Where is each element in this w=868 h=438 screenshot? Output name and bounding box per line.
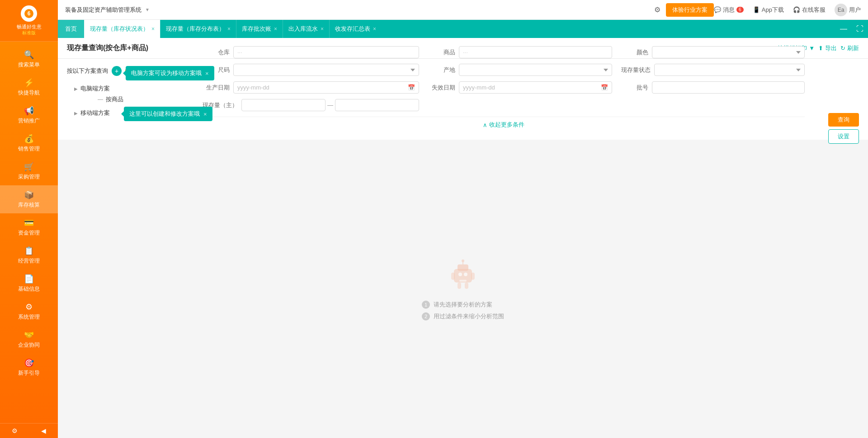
sidebar-collapse-btn[interactable]: ◀ xyxy=(29,427,58,434)
marketing-icon: 📢 xyxy=(24,106,34,116)
chevron-up-icon: ∧ xyxy=(483,122,487,128)
tab-inventory-status[interactable]: 现存量（库存状况表） × xyxy=(84,20,160,38)
inventory-icon: 📦 xyxy=(24,190,34,200)
search-area: 按以下方案查询 + ✎ ← 电脑方案可设为移动方案哦 × ▶ 电脑端方案 xyxy=(58,59,868,140)
tab-maximize-btn[interactable]: ⛶ xyxy=(852,20,868,38)
sidebar-nav: 🔍 搜索菜单 ⚡ 快捷导航 📢 营销推广 💰 销售管理 🛒 采购管理 📦 库存核… xyxy=(0,42,58,423)
add-scheme-btn[interactable]: + xyxy=(112,66,122,76)
search-grid-row1: 仓库 ··· 商品 ··· 颜色 xyxy=(203,46,805,111)
search-label: 按以下方案查询 xyxy=(67,67,108,75)
product-label: 商品 xyxy=(428,48,455,57)
settings-icon[interactable]: ⚙ xyxy=(654,5,660,14)
message-icon: 💬 xyxy=(714,6,721,13)
collapse-btn[interactable]: ∧ 收起更多条件 xyxy=(203,117,805,132)
app-download-btn[interactable]: 📱 App下载 xyxy=(753,6,784,14)
sidebar-logo: 6 畅通好生意 标准版 xyxy=(0,0,58,42)
sidebar-footer: ⚙ ◀ xyxy=(0,423,58,438)
warehouse-input[interactable]: ··· xyxy=(233,46,419,58)
sidebar-item-guide[interactable]: 🎯 新手引导 xyxy=(0,353,58,381)
sidebar-item-system[interactable]: ⚙ 系统管理 xyxy=(0,297,58,325)
scheme-popup-2: 这里可以创建和修改方案哦 × xyxy=(124,107,212,121)
svg-rect-6 xyxy=(459,280,467,282)
svg-rect-3 xyxy=(458,264,468,271)
product-input[interactable]: ··· xyxy=(459,46,612,58)
exp-date-label: 失效日期 xyxy=(428,84,455,92)
headset-icon: 🎧 xyxy=(793,6,800,13)
sidebar-item-inventory[interactable]: 📦 库存核算 xyxy=(0,185,58,213)
scheme-popup-close[interactable]: × xyxy=(205,70,209,77)
sidebar-item-finance[interactable]: 💳 资金管理 xyxy=(0,213,58,241)
finance-icon: 💳 xyxy=(24,218,34,228)
color-select[interactable] xyxy=(652,46,805,58)
message-btn[interactable]: 💬 消息 6 xyxy=(714,6,744,14)
svg-rect-8 xyxy=(471,273,475,280)
sidebar-item-marketing[interactable]: 📢 营销推广 xyxy=(0,101,58,129)
tab-close-2[interactable]: × xyxy=(227,26,231,32)
sidebar-item-operations[interactable]: 📋 经营管理 xyxy=(0,241,58,269)
tab-batch-ledger[interactable]: 库存批次账 × xyxy=(236,20,283,38)
tab-close-3[interactable]: × xyxy=(274,26,277,32)
sidebar-item-basic[interactable]: 📄 基础信息 xyxy=(0,269,58,297)
popup2-arrow xyxy=(121,111,124,117)
empty-tips: 1 请先选择要分析的方案 2 用过滤条件来缩小分析范围 xyxy=(422,299,504,322)
experience-btn[interactable]: 体验行业方案 xyxy=(666,3,714,17)
online-support-btn[interactable]: 🎧 在线客服 xyxy=(793,6,826,14)
warehouse-dots: ··· xyxy=(237,49,242,56)
system-dropdown-arrow[interactable]: ▼ xyxy=(145,7,150,12)
scheme-popup2-close[interactable]: × xyxy=(203,111,207,118)
svg-rect-10 xyxy=(465,283,468,289)
svg-point-12 xyxy=(462,259,464,262)
message-badge: 6 xyxy=(736,7,744,13)
tab-inventory-distribution[interactable]: 现存量（库存分布表） × xyxy=(160,20,236,38)
tip-num-2: 2 xyxy=(422,312,430,320)
mfg-date-field: 生产日期 yyyy-mm-dd 📅 xyxy=(203,81,419,94)
svg-text:6: 6 xyxy=(28,10,31,17)
exp-date-input[interactable]: yyyy-mm-dd 📅 xyxy=(459,81,612,94)
sidebar-settings-btn[interactable]: ⚙ xyxy=(0,427,29,434)
topbar-right: 💬 消息 6 📱 App下载 🎧 在线客服 Ea 用户 xyxy=(714,4,861,16)
svg-rect-7 xyxy=(451,273,455,280)
reset-btn[interactable]: 设置 xyxy=(828,129,859,144)
search-actions: 查询 设置 xyxy=(828,113,859,144)
sub-item-dash: — xyxy=(98,96,103,103)
tip-num-1: 1 xyxy=(422,301,430,309)
sidebar-item-enterprise[interactable]: 🤝 企业协同 xyxy=(0,325,58,353)
sidebar-item-search-menu[interactable]: 🔍 搜索菜单 xyxy=(0,45,58,73)
user-menu[interactable]: Ea 用户 xyxy=(835,4,861,16)
tab-close-5[interactable]: × xyxy=(373,26,376,32)
content-area: 现存量查询(按仓库+商品) 🖨 按模板打印 ▼ ⬆ 导出 ↻ 刷新 xyxy=(58,38,868,438)
mfg-date-input[interactable]: yyyy-mm-dd 📅 xyxy=(233,81,419,94)
sidebar-item-quick-nav[interactable]: ⚡ 快捷导航 xyxy=(0,73,58,101)
logo-icon: 6 xyxy=(21,5,37,22)
page-title: 现存量查询(按仓库+商品) xyxy=(67,43,148,53)
batch-label: 批号 xyxy=(621,84,648,92)
product-dots: ··· xyxy=(463,49,468,56)
tab-home[interactable]: 首页 xyxy=(58,20,84,38)
tab-in-out-flow[interactable]: 出入库流水 × xyxy=(283,20,329,38)
tip-1: 1 请先选择要分析的方案 xyxy=(422,299,504,311)
main-area: 装备及固定资产辅助管理系统 ▼ ⚙ 体验行业方案 💬 消息 6 📱 App下载 … xyxy=(58,0,868,438)
search-form: 仓库 ··· 商品 ··· 颜色 xyxy=(203,46,859,132)
tab-window-actions: — ⛶ xyxy=(835,20,868,38)
logo-text: 畅通好生意 标准版 xyxy=(17,24,42,36)
sidebar-item-sales[interactable]: 💰 销售管理 xyxy=(0,129,58,157)
sidebar-item-purchase[interactable]: 🛒 采购管理 xyxy=(0,157,58,185)
tab-minimize-btn[interactable]: — xyxy=(835,20,852,38)
purchase-icon: 🛒 xyxy=(24,162,34,172)
tab-receipt-summary[interactable]: 收发存汇总表 × xyxy=(329,20,382,38)
color-label: 颜色 xyxy=(621,48,648,57)
scheme-popup: 电脑方案可设为移动方案哦 × xyxy=(126,66,214,80)
tab-close-4[interactable]: × xyxy=(321,26,324,32)
tab-close-1[interactable]: × xyxy=(151,26,155,32)
guide-icon: 🎯 xyxy=(24,358,34,368)
query-btn[interactable]: 查询 xyxy=(828,113,859,127)
product-field: 商品 ··· xyxy=(428,46,612,58)
tabbar: 首页 现存量（库存状况表） × 现存量（库存分布表） × 库存批次账 × 出入库… xyxy=(58,20,868,38)
svg-point-5 xyxy=(464,273,467,276)
enterprise-icon: 🤝 xyxy=(24,330,34,340)
system-icon: ⚙ xyxy=(25,302,33,312)
svg-point-4 xyxy=(458,273,462,276)
system-name: 装备及固定资产辅助管理系统 ▼ xyxy=(65,6,654,14)
batch-input[interactable] xyxy=(652,81,805,94)
tip-2: 2 用过滤条件来缩小分析范围 xyxy=(422,311,504,322)
